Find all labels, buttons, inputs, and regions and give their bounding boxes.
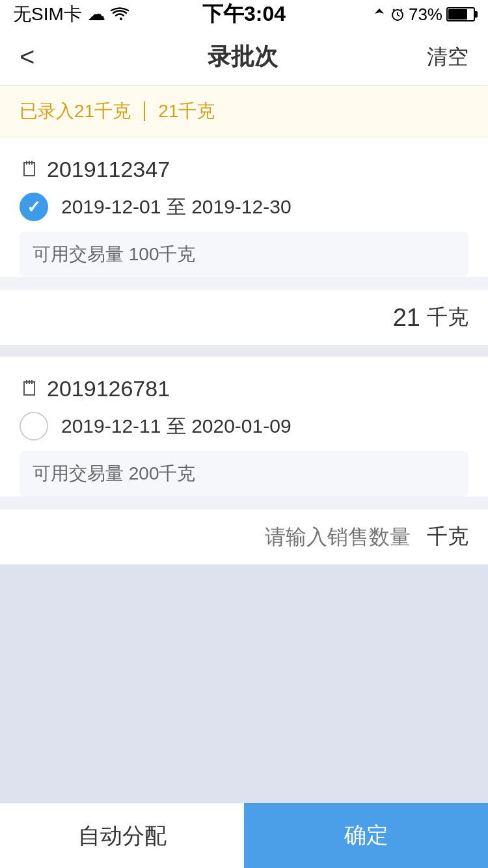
batch2-availability: 可用交易量 200千克 (20, 451, 468, 496)
alarm-icon (390, 7, 405, 21)
batch1-availability-text: 可用交易量 100千克 (33, 244, 196, 264)
batch1-quantity-unit: 千克 (427, 303, 468, 332)
batch2-availability-text: 可用交易量 200千克 (33, 463, 196, 483)
total-amount: 21千克 (158, 99, 215, 124)
batch2-unit: 千克 (427, 522, 468, 551)
back-button[interactable]: < (20, 42, 59, 72)
confirm-button[interactable]: 确定 (244, 803, 488, 868)
batch2-quantity-input[interactable] (225, 525, 420, 549)
location-icon (372, 7, 386, 21)
status-left: 无SIM卡 ☁ (13, 2, 129, 27)
batch2-row: 2019-12-11 至 2020-01-09 (20, 412, 468, 441)
status-right: 73% (372, 5, 475, 25)
batch1-availability: 可用交易量 100千克 (20, 232, 468, 277)
batch2-radio[interactable] (20, 412, 48, 441)
batch1-quantity-row: 21 千克 (0, 290, 488, 346)
bottom-space (0, 565, 488, 813)
batch1-radio[interactable] (20, 193, 48, 221)
batch1-card: 🗒 2019112347 2019-12-01 至 2019-12-30 可用交… (0, 137, 488, 277)
wifi-icon (111, 7, 129, 21)
main-content: 🗒 2019112347 2019-12-01 至 2019-12-30 可用交… (0, 137, 488, 868)
info-banner: 已录入21千克 21千克 (0, 86, 488, 137)
banner-divider (144, 102, 145, 121)
batch1-date-range: 2019-12-01 至 2019-12-30 (61, 194, 291, 221)
status-time: 下午3:04 (202, 0, 286, 29)
batch2-header: 🗒 2019126781 (20, 376, 468, 401)
nav-bar: < 录批次 清空 (0, 29, 488, 86)
batch1-header: 🗒 2019112347 (20, 157, 468, 182)
batch2-date-range: 2019-12-11 至 2020-01-09 (61, 413, 291, 440)
status-bar: 无SIM卡 ☁ 下午3:04 73% (0, 0, 488, 29)
batch2-id: 2019126781 (47, 376, 170, 401)
recorded-amount: 已录入21千克 (20, 99, 131, 124)
sim-label: 无SIM卡 ☁ (13, 2, 105, 27)
batch2-input-row: 千克 (0, 509, 488, 565)
page-title: 录批次 (208, 41, 278, 73)
svg-line-2 (398, 15, 400, 16)
battery-icon (446, 7, 475, 21)
auto-distribute-button[interactable]: 自动分配 (0, 803, 244, 868)
svg-line-3 (393, 9, 394, 10)
battery-percent: 73% (409, 5, 442, 25)
section-divider (0, 346, 488, 357)
batch1-doc-icon: 🗒 (20, 157, 40, 182)
batch1-row: 2019-12-01 至 2019-12-30 (20, 193, 468, 221)
batch1-id: 2019112347 (47, 157, 170, 182)
bottom-bar: 自动分配 确定 (0, 803, 488, 868)
batch2-doc-icon: 🗒 (20, 377, 40, 401)
batch2-card: 🗒 2019126781 2019-12-11 至 2020-01-09 可用交… (0, 357, 488, 496)
clear-button[interactable]: 清空 (427, 43, 468, 72)
svg-line-4 (401, 9, 402, 10)
batch1-quantity-value: 21 (393, 304, 420, 332)
